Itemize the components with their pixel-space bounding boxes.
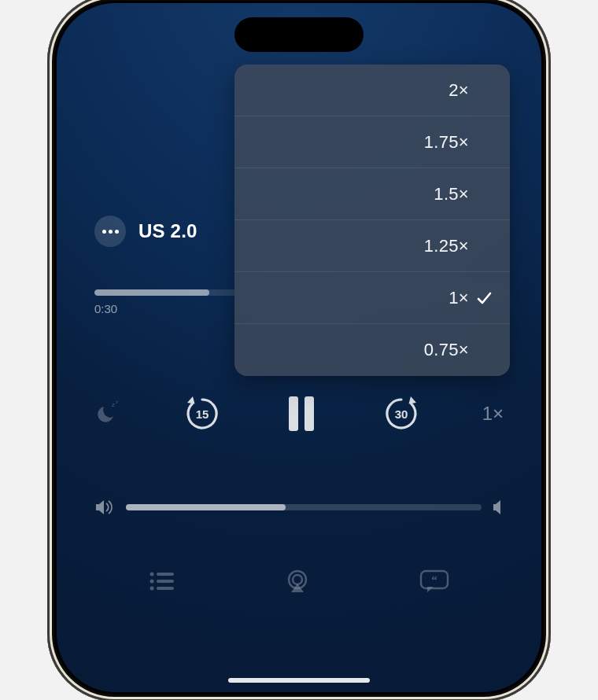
transport-controls: z z 15 [94, 393, 504, 434]
svg-point-12 [150, 587, 154, 591]
speed-option[interactable]: 1.75× [234, 116, 510, 168]
more-button[interactable] [94, 216, 126, 247]
svg-rect-5 [305, 396, 314, 431]
volume-low-icon [94, 499, 115, 516]
svg-text:“: “ [431, 573, 437, 586]
speed-option[interactable]: 0.75× [234, 324, 510, 376]
speed-option[interactable]: 1.5× [234, 168, 510, 220]
speed-option-label: 1.5× [434, 184, 469, 204]
home-indicator[interactable] [228, 678, 370, 683]
volume-row [94, 499, 504, 516]
svg-rect-11 [157, 580, 174, 583]
svg-rect-9 [157, 573, 174, 576]
skip-back-button[interactable]: 15 [183, 394, 222, 433]
checkmark-icon [476, 290, 492, 306]
volume-fill [126, 504, 286, 510]
dynamic-island [234, 17, 364, 52]
transcript-button[interactable]: “ [419, 569, 449, 593]
progress-fill [94, 289, 209, 296]
svg-point-15 [293, 575, 302, 584]
speed-option-label: 0.75× [424, 340, 469, 360]
sleep-timer-button[interactable]: z z [94, 400, 121, 427]
svg-marker-2 [187, 396, 195, 404]
playback-speed-menu: 2× 1.75× 1.5× 1.25× 1× 0.75× [234, 64, 510, 376]
svg-point-10 [150, 580, 154, 584]
speed-option-label: 1.25× [424, 236, 469, 256]
svg-text:30: 30 [395, 407, 408, 421]
volume-slider[interactable] [126, 504, 482, 510]
volume-high-icon [493, 499, 504, 516]
queue-icon [149, 571, 175, 591]
svg-text:z: z [116, 400, 118, 404]
playback-speed-button[interactable]: 1× [482, 403, 504, 425]
pause-icon [282, 393, 320, 434]
skip-forward-button[interactable]: 30 [382, 394, 421, 433]
speed-option[interactable]: 2× [234, 64, 510, 116]
svg-rect-4 [289, 396, 298, 431]
speed-option[interactable]: 1.25× [234, 220, 510, 272]
skip-back-icon: 15 [183, 394, 222, 433]
bottom-bar: “ [94, 569, 504, 593]
phone-frame: US 2.0 0:30 z z 15 [47, 0, 551, 700]
pause-button[interactable] [282, 393, 320, 434]
speed-option[interactable]: 1× [234, 272, 510, 324]
moon-sleep-icon: z z [94, 400, 121, 427]
svg-rect-13 [157, 587, 174, 590]
svg-text:z: z [112, 401, 115, 408]
queue-button[interactable] [149, 571, 175, 591]
screen: US 2.0 0:30 z z 15 [57, 3, 541, 692]
speed-option-label: 1.75× [424, 132, 469, 153]
checkmark-slot-4 [475, 290, 493, 306]
episode-title: US 2.0 [138, 220, 197, 242]
svg-text:15: 15 [195, 407, 209, 421]
svg-marker-6 [408, 396, 416, 404]
airplay-button[interactable] [284, 569, 311, 593]
skip-forward-icon: 30 [382, 394, 421, 433]
speed-option-label: 2× [448, 80, 469, 101]
speed-option-label: 1× [448, 288, 469, 308]
transcript-icon: “ [419, 569, 449, 593]
airplay-icon [284, 569, 311, 593]
svg-marker-18 [427, 587, 434, 592]
svg-point-8 [150, 573, 154, 577]
